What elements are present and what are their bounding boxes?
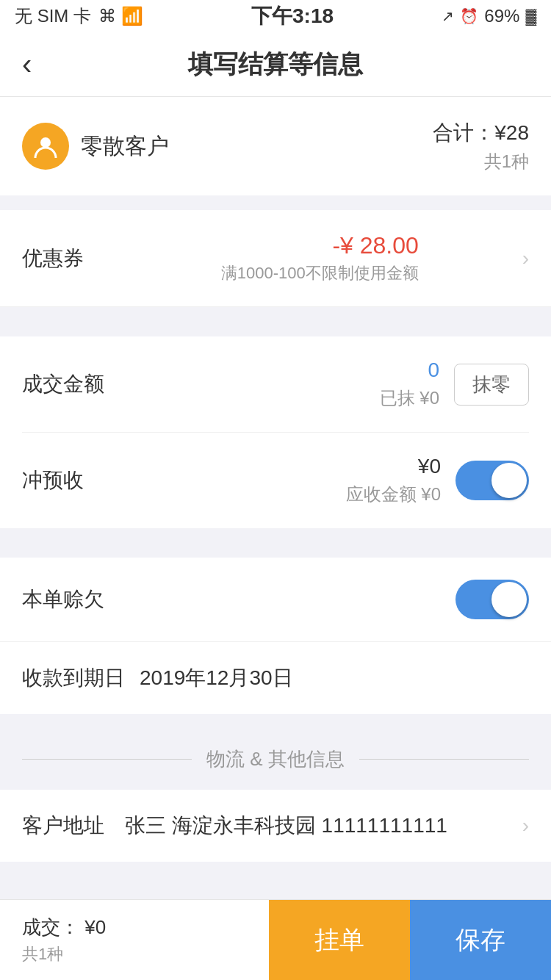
toggle-knob [491,463,527,498]
transaction-label: 成交金额 [22,370,125,398]
debt-row: 本单赊欠 [0,558,551,641]
transaction-value: 0 [428,359,439,382]
status-bar: 无 SIM 卡 ⌘ 📶 下午3:18 ↗ ⏰ 69% ▓ [0,0,551,32]
carrier-text: 无 SIM 卡 [15,4,91,28]
svg-point-0 [40,137,51,148]
due-date-value: 2019年12月30日 [140,664,293,692]
customer-right: 合计：¥28 共1种 [433,119,529,173]
bottom-deal-label: 成交： [22,916,79,938]
avatar [22,123,69,170]
debt-section: 本单赊欠 收款到期日 2019年12月30日 [0,558,551,714]
due-date-label: 收款到期日 [22,664,125,692]
bottom-count: 共1种 [22,943,247,965]
divider-2 [0,543,551,558]
debt-label: 本单赊欠 [22,586,125,613]
address-label: 客户地址 [22,812,125,840]
coupon-row[interactable]: 优惠券 -¥ 28.00 满1000-100不限制使用金额 › [0,210,551,307]
transaction-row: 成交金额 0 已抹 ¥0 抹零 [22,336,529,433]
battery-icon: ▓ [525,8,536,25]
prepayment-toggle[interactable] [455,461,529,500]
customer-count: 共1种 [433,150,529,173]
prepayment-row: 冲预收 ¥0 应收金额 ¥0 [22,433,529,528]
transaction-value-group: 0 已抹 ¥0 [380,359,439,410]
customer-total: 合计：¥28 [433,119,529,147]
customer-name: 零散客户 [81,131,169,162]
save-button[interactable]: 保存 [410,900,551,981]
divider-1 [0,322,551,336]
round-zero-button[interactable]: 抹零 [454,364,529,406]
status-time: 下午3:18 [251,2,334,30]
address-row[interactable]: 客户地址 张三 海淀永丰科技园 11111111111 › [0,790,551,862]
alarm-icon: ⏰ [460,7,478,25]
content: 零散客户 合计：¥28 共1种 优惠券 -¥ 28.00 满1000-100不限… [0,97,551,965]
transaction-right: 0 已抹 ¥0 抹零 [125,359,529,410]
prepayment-label: 冲预收 [22,466,125,494]
bottom-info: 成交： ¥0 共1种 [0,915,269,965]
due-date-row: 收款到期日 2019年12月30日 [0,641,551,714]
prepayment-sub: 应收金额 ¥0 [346,483,441,506]
logistics-divider: 物流 & 其他信息 [0,729,551,790]
coupon-label: 优惠券 [22,245,125,273]
page-title: 填写结算等信息 [188,48,363,82]
wifi-icon: ⌘ 📶 [98,6,143,26]
debt-toggle-knob [491,582,527,617]
coupon-amount: -¥ 28.00 [221,232,419,259]
prepayment-value-group: ¥0 应收金额 ¥0 [346,455,441,506]
transaction-sub: 已抹 ¥0 [380,386,439,410]
transaction-section: 成交金额 0 已抹 ¥0 抹零 冲预收 ¥0 应收金额 ¥0 [0,336,551,528]
coupon-section: 优惠券 -¥ 28.00 满1000-100不限制使用金额 › [0,210,551,307]
address-value: 张三 海淀永丰科技园 11111111111 [125,812,515,840]
location-icon: ↗ [442,7,454,25]
logistics-label: 物流 & 其他信息 [206,746,345,772]
customer-row: 零散客户 合计：¥28 共1种 [0,97,551,195]
status-right: ↗ ⏰ 69% ▓ [442,6,536,26]
coupon-chevron-icon: › [522,247,529,270]
prepayment-right: ¥0 应收金额 ¥0 [125,455,529,506]
customer-left: 零散客户 [22,123,169,170]
customer-section: 零散客户 合计：¥28 共1种 [0,97,551,195]
divider-line-left [22,759,192,760]
hold-button[interactable]: 挂单 [269,900,410,981]
address-chevron-icon: › [522,814,529,837]
prepayment-value: ¥0 [418,455,441,478]
status-left: 无 SIM 卡 ⌘ 📶 [15,4,143,28]
coupon-right: -¥ 28.00 满1000-100不限制使用金额 [221,232,419,284]
battery-text: 69% [484,6,519,26]
divider-line-right [359,759,529,760]
back-button[interactable]: ‹ [22,48,32,81]
bottom-deal-amount: ¥0 [84,916,106,938]
debt-toggle[interactable] [455,580,529,619]
bottom-bar: 成交： ¥0 共1种 挂单 保存 [0,899,551,980]
coupon-desc: 满1000-100不限制使用金额 [221,262,419,284]
nav-bar: ‹ 填写结算等信息 [0,32,551,97]
bottom-deal: 成交： ¥0 [22,915,247,940]
